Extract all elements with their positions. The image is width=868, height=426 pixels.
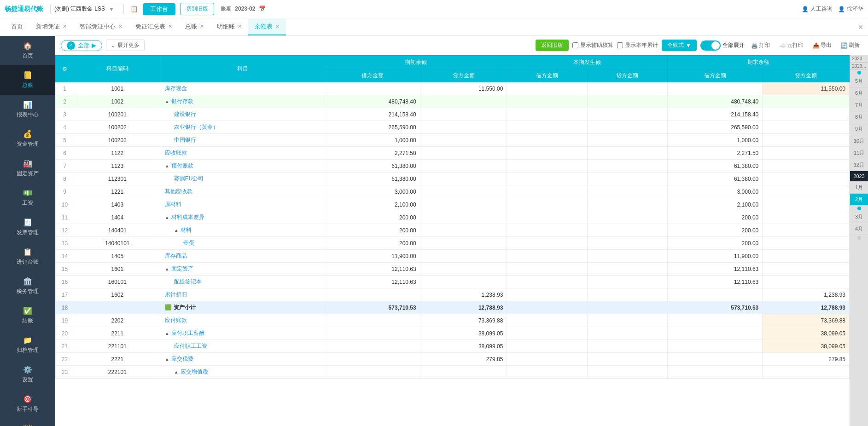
row-name-link[interactable]: 银行存款 (171, 98, 193, 104)
row-name[interactable]: 中国银行 (161, 134, 325, 147)
row-name-link[interactable]: 材料 (181, 227, 192, 233)
row-name[interactable]: ▲ 材料成本差异 (161, 211, 325, 224)
close-balance[interactable]: ✕ (275, 23, 280, 29)
row-name[interactable]: ▲ 预付账款 (161, 160, 325, 173)
tab-smart-voucher[interactable]: 智能凭证中心 ✕ (73, 19, 129, 35)
user-avatar[interactable]: 👤 徐泽华 (838, 5, 863, 13)
row-name[interactable]: ▲ 银行存款 (161, 95, 325, 108)
month-7[interactable]: 7月 (850, 99, 868, 111)
sidebar-item-fixed[interactable]: 🏭 固定资产 (0, 154, 55, 183)
sidebar-item-member[interactable]: 👑 畅会员 (0, 419, 55, 426)
expand-more-button[interactable]: ⌄ 展开更多 (106, 40, 145, 51)
row-name-link[interactable]: 应付职工工资 (174, 343, 207, 349)
row-name[interactable]: 应付职工工资 (161, 340, 325, 353)
close-smart-voucher[interactable]: ✕ (118, 23, 122, 29)
row-name[interactable]: 原材料 (161, 198, 325, 211)
row-name[interactable]: ▲ 应付职工薪酬 (161, 327, 325, 340)
sidebar-item-invoice[interactable]: 🧾 发票管理 (0, 213, 55, 242)
month-4[interactable]: 4月 (850, 223, 868, 235)
close-detail[interactable]: ✕ (238, 23, 242, 29)
close-voucher-summary[interactable]: ✕ (168, 23, 172, 29)
ytd-checkbox[interactable] (617, 42, 623, 48)
row-name-link[interactable]: 农业银行（黄金） (174, 124, 218, 130)
row-name[interactable]: 赛属EU公司 (161, 173, 325, 185)
close-all-tabs[interactable]: ✕ (858, 23, 863, 31)
row-name[interactable]: ▲ 应交增值税 (161, 366, 325, 379)
row-name-link[interactable]: 赛属EU公司 (174, 175, 204, 182)
row-name-link[interactable]: 预付账款 (171, 162, 193, 169)
row-name[interactable]: 应收账款 (161, 147, 325, 160)
row-name-link[interactable]: 应收账款 (165, 150, 187, 156)
workbench-button[interactable]: 工作台 (143, 3, 175, 15)
sidebar-item-report[interactable]: 📊 报表中心 (0, 95, 55, 124)
month-10[interactable]: 10月 (850, 135, 868, 147)
row-name[interactable]: 应付账款 (161, 314, 325, 327)
ytd-checkbox-label[interactable]: 显示本年累计 (617, 41, 658, 49)
expand-row-icon[interactable]: ▲ (174, 369, 180, 374)
row-name[interactable]: ▲ 应交税费 (161, 353, 325, 366)
row-name-link[interactable]: 应交增值税 (181, 368, 208, 375)
close-new-voucher[interactable]: ✕ (63, 23, 67, 29)
month-3[interactable]: 3月 (850, 211, 868, 223)
row-name-link[interactable]: 其他应收款 (165, 188, 192, 195)
refresh-button[interactable]: 🔄 刷新 (838, 40, 862, 51)
tab-ledger[interactable]: 总账 ✕ (179, 19, 210, 35)
row-name[interactable]: 建设银行 (161, 108, 325, 121)
month-12[interactable]: 12月 (850, 159, 868, 171)
row-name[interactable]: 配提签记本 (161, 276, 325, 288)
balance-table-container[interactable]: ⚙ 科目编码 科目 期初余额 本期发生额 期末余额 借方金额 贷方金额 借方金额 (55, 55, 850, 426)
month-8[interactable]: 8月 (850, 111, 868, 123)
all-filter-button[interactable]: ✓ 全部 ▶ (61, 40, 102, 51)
tab-home[interactable]: 首页 (5, 19, 29, 35)
switch-version-button[interactable]: 切到旧版 (180, 3, 214, 15)
fullmode-button[interactable]: 全账式 ▼ (662, 40, 697, 51)
row-name-link[interactable]: 中国银行 (174, 137, 196, 143)
row-name-link[interactable]: 配提签记本 (174, 278, 202, 285)
row-name-link[interactable]: 累计折旧 (165, 291, 187, 298)
row-name[interactable]: 库存现金 (161, 82, 325, 95)
tab-balance[interactable]: 余额表 ✕ (248, 19, 286, 35)
row-name[interactable]: 壹蛋 (161, 237, 325, 250)
user-service[interactable]: 👤 人工咨询 (802, 5, 833, 13)
sidebar-item-archive[interactable]: 📁 归档管理 (0, 330, 55, 360)
row-name[interactable]: ▲ 材料 (161, 224, 325, 237)
calendar-icon[interactable]: 📅 (259, 6, 266, 12)
close-ledger[interactable]: ✕ (200, 23, 204, 29)
month-9[interactable]: 9月 (850, 123, 868, 135)
return-old-button[interactable]: 返回旧版 (536, 40, 569, 51)
expand-row-icon[interactable]: ▲ (165, 331, 171, 336)
expand-row-icon[interactable]: ▲ (165, 266, 171, 271)
cloud-print-button[interactable]: ☁️ 云打印 (776, 40, 806, 51)
expand-row-icon[interactable]: ▲ (165, 99, 171, 104)
row-name-link[interactable]: 库存现金 (165, 85, 187, 92)
row-name-link[interactable]: 固定资产 (171, 265, 193, 272)
tab-voucher-summary[interactable]: 凭证汇总表 ✕ (129, 19, 179, 35)
sidebar-item-ledger[interactable]: 📒 总账 (0, 65, 55, 95)
tab-new-voucher[interactable]: 新增凭证 ✕ (29, 19, 73, 35)
export-button[interactable]: 📤 导出 (810, 40, 834, 51)
month-5[interactable]: 5月 (850, 75, 868, 87)
row-name[interactable]: 库存商品 (161, 250, 325, 263)
row-name-link[interactable]: 建设银行 (174, 111, 196, 117)
expand-all-toggle[interactable]: 全部展开 (700, 40, 745, 51)
sidebar-item-guide[interactable]: 🎯 新手引导 (0, 389, 55, 419)
month-6[interactable]: 6月 (850, 87, 868, 99)
company-icon-btn[interactable]: 📋 (128, 4, 140, 14)
toggle-switch[interactable] (700, 40, 721, 51)
sidebar-item-home[interactable]: 🏠 首页 (0, 36, 55, 65)
row-name-link[interactable]: 库存商品 (165, 253, 187, 259)
row-name-link[interactable]: 原材料 (165, 201, 181, 207)
sidebar-item-capital[interactable]: 💰 资金管理 (0, 124, 55, 154)
row-name-link[interactable]: 应付账款 (165, 317, 187, 323)
row-name-link[interactable]: 材料成本差异 (171, 214, 204, 220)
month-11[interactable]: 11月 (850, 147, 868, 159)
sidebar-item-settings[interactable]: ⚙️ 设置 (0, 360, 55, 389)
sidebar-item-salary[interactable]: 💵 工资 (0, 183, 55, 213)
tab-detail[interactable]: 明细账 ✕ (210, 19, 248, 35)
row-name-link[interactable]: 应交税费 (171, 356, 193, 362)
th-settings[interactable]: ⚙ (56, 56, 74, 82)
sidebar-item-purchase[interactable]: 📋 进销台账 (0, 242, 55, 271)
expand-row-icon[interactable]: ▲ (174, 228, 180, 233)
row-name[interactable]: 其他应收款 (161, 185, 325, 198)
row-name-link[interactable]: 应付职工薪酬 (171, 330, 204, 336)
